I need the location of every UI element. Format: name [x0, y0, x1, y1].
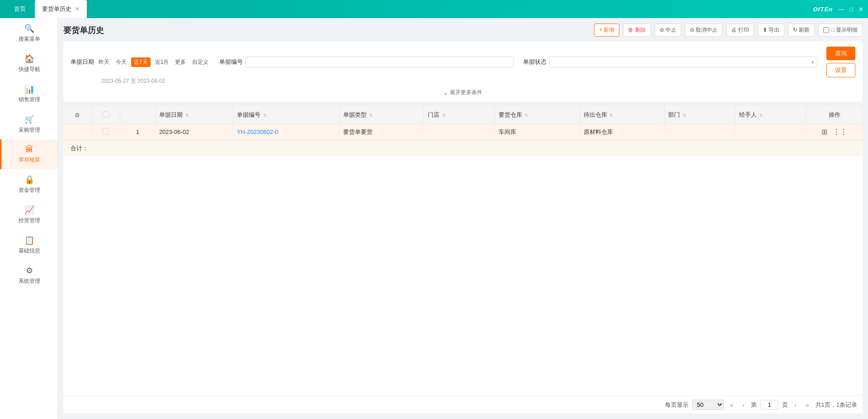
settings-button[interactable]: 设置 — [826, 63, 855, 77]
date-shortcut-yesterday[interactable]: 昨天 — [97, 57, 111, 67]
sidebar: 🔍 搜索菜单 🏠 快捷导航 📊 销售管理 🛒 采购管理 🏛 库存核算 🔒 资金管… — [0, 18, 58, 419]
date-shortcut-custom[interactable]: 自定义 — [190, 57, 210, 67]
col-handler-sort-icon[interactable]: ⇅ — [759, 113, 763, 118]
new-button[interactable]: + 新增 — [594, 24, 619, 37]
refresh-button[interactable]: ↻ 刷新 — [788, 24, 815, 37]
row-settings — [63, 124, 92, 140]
tab-home[interactable]: 首页 — [7, 0, 33, 18]
col-wait-wh: 待出仓库 ⇅ — [580, 106, 665, 124]
row-shop — [424, 124, 495, 140]
row-num: 1 — [120, 124, 155, 140]
date-shortcuts: 昨天 今天 近7天 近1月 更多 自定义 — [97, 57, 210, 67]
row-code-link[interactable]: YH-20230602-0 — [237, 129, 278, 135]
tab-requisition-history-label: 要货单历史 — [42, 5, 71, 13]
select-all-checkbox[interactable] — [103, 111, 109, 118]
query-button[interactable]: 查询 — [826, 47, 855, 60]
row-more-icon[interactable]: ⋮⋮ — [831, 127, 849, 137]
doc-no-filter: 单据编号 — [219, 57, 514, 68]
first-page-btn[interactable]: « — [727, 400, 736, 409]
row-edit-icon[interactable]: ⊞ — [820, 127, 829, 137]
close-tab-icon[interactable]: ✕ — [75, 6, 80, 12]
filter-actions: 查询 设置 — [826, 47, 855, 77]
sidebar-item-label-search: 搜索菜单 — [19, 35, 40, 43]
col-shop: 门店 ⇅ — [424, 106, 495, 124]
window-maximize-btn[interactable]: □ — [849, 6, 853, 13]
sidebar-item-basic-info[interactable]: 📋 基础信息 — [0, 230, 57, 260]
sidebar-item-sales-mgmt[interactable]: 📊 销售管理 — [0, 79, 57, 109]
filter-panel: 单据日期 昨天 今天 近7天 近1月 更多 自定义 单据编号 — [63, 41, 863, 102]
col-code-label: 单据编号 — [237, 111, 260, 118]
sidebar-item-capital-mgmt[interactable]: 🔒 资金管理 — [0, 169, 57, 200]
window-minimize-btn[interactable]: — — [838, 6, 844, 13]
delete-button[interactable]: 🗑 删除 — [623, 24, 651, 37]
tab-requisition-history[interactable]: 要货单历史 ✕ — [35, 0, 87, 18]
status-filter: 单据状态 — [523, 57, 817, 68]
tab-bar: 首页 要货单历史 ✕ — [7, 0, 87, 18]
inventory-calc-icon: 🏛 — [25, 145, 33, 154]
sidebar-item-label-purchase: 采购管理 — [19, 126, 40, 134]
col-dept-sort-icon[interactable]: ⇅ — [683, 113, 686, 118]
row-checkbox[interactable] — [103, 128, 109, 134]
cancel-stop-button[interactable]: ⊘ 取消中止 — [685, 24, 722, 37]
row-dept — [665, 124, 735, 140]
date-shortcut-7days[interactable]: 近7天 — [131, 57, 151, 67]
search-menu-icon: 🔍 — [24, 24, 34, 33]
brand-logo: OfTEn — [813, 6, 833, 13]
date-shortcut-more[interactable]: 更多 — [173, 57, 188, 67]
sidebar-item-label-ops: 经营管理 — [19, 217, 40, 224]
top-bar-right: OfTEn — □ ✕ — [813, 6, 863, 13]
row-wait-wh: 原材料仓库 — [580, 124, 665, 140]
window-close-btn[interactable]: ✕ — [859, 6, 863, 13]
sidebar-item-label-basic: 基础信息 — [19, 247, 40, 255]
display-detail-checkbox[interactable] — [823, 27, 829, 33]
expand-more-btn[interactable]: ⌄ 展开更多条件 — [71, 89, 855, 96]
doc-no-input[interactable] — [245, 57, 514, 68]
per-page-select[interactable]: 10 20 50 100 — [692, 400, 724, 410]
sidebar-item-ops-mgmt[interactable]: 📈 经营管理 — [0, 200, 57, 230]
status-select[interactable] — [549, 57, 817, 68]
page-label: 第 — [751, 401, 757, 409]
sidebar-item-label-quick-nav: 快捷导航 — [19, 66, 40, 73]
display-detail-button[interactable]: □ 显示明细 — [818, 24, 863, 37]
export-button[interactable]: ⬆ 导出 — [758, 24, 784, 37]
per-page-wrapper: 10 20 50 100 — [692, 400, 724, 410]
sidebar-item-search-menu[interactable]: 🔍 搜索菜单 — [0, 18, 57, 48]
col-ops-label: 操作 — [829, 111, 840, 118]
data-table: ⚙ 单据日期 ⇅ 单据编号 ⇅ — [63, 106, 863, 140]
col-req-wh-sort-icon[interactable]: ⇅ — [524, 113, 528, 118]
column-settings-icon[interactable]: ⚙ — [75, 112, 80, 119]
date-shortcut-1month[interactable]: 近1月 — [153, 57, 171, 67]
date-range-text: 2023-05-27 至 2023-06-02 — [101, 77, 855, 85]
sys-mgmt-icon: ⚙ — [26, 266, 33, 276]
quick-nav-icon: 🏠 — [24, 54, 34, 64]
basic-info-icon: 📋 — [24, 235, 34, 245]
doc-no-label: 单据编号 — [219, 58, 243, 66]
sidebar-item-quick-nav[interactable]: 🏠 快捷导航 — [0, 48, 57, 79]
col-shop-sort-icon[interactable]: ⇅ — [442, 113, 446, 118]
status-label: 单据状态 — [523, 58, 547, 66]
col-code-sort-icon[interactable]: ⇅ — [263, 113, 267, 118]
sidebar-item-inventory-calc[interactable]: 🏛 库存核算 — [0, 139, 57, 169]
sidebar-item-label-sales: 销售管理 — [19, 96, 40, 104]
col-handler: 经手人 ⇅ — [735, 106, 806, 124]
sidebar-item-sys-mgmt[interactable]: ⚙ 系统管理 — [0, 260, 57, 290]
next-page-btn[interactable]: › — [792, 400, 799, 409]
last-page-btn[interactable]: » — [803, 400, 812, 409]
col-dept-label: 部门 — [668, 111, 680, 118]
print-button[interactable]: 🖨 打印 — [726, 24, 754, 37]
page-input[interactable] — [760, 400, 778, 409]
page-header: 要货单历史 + 新增 🗑 删除 ⊘ 中止 ⊘ 取消中止 🖨 打印 ⬆ 导出 ↻ … — [63, 24, 863, 37]
table-header-row: ⚙ 单据日期 ⇅ 单据编号 ⇅ — [63, 106, 863, 124]
stop-button[interactable]: ⊘ 中止 — [655, 24, 681, 37]
expand-more-label: 展开更多条件 — [450, 89, 482, 96]
col-type-sort-icon[interactable]: ⇅ — [369, 113, 373, 118]
row-ops: ⊞ ⋮⋮ — [806, 124, 863, 140]
col-wait-wh-sort-icon[interactable]: ⇅ — [609, 113, 613, 118]
sidebar-item-purchase-mgmt[interactable]: 🛒 采购管理 — [0, 109, 57, 139]
col-type: 单据类型 ⇅ — [339, 106, 424, 124]
top-bar: 首页 要货单历史 ✕ OfTEn — □ ✕ — [0, 0, 868, 18]
col-date-sort-icon[interactable]: ⇅ — [185, 113, 189, 118]
prev-page-btn[interactable]: ‹ — [740, 400, 747, 409]
date-shortcut-today[interactable]: 今天 — [114, 57, 128, 67]
purchase-mgmt-icon: 🛒 — [24, 114, 34, 124]
